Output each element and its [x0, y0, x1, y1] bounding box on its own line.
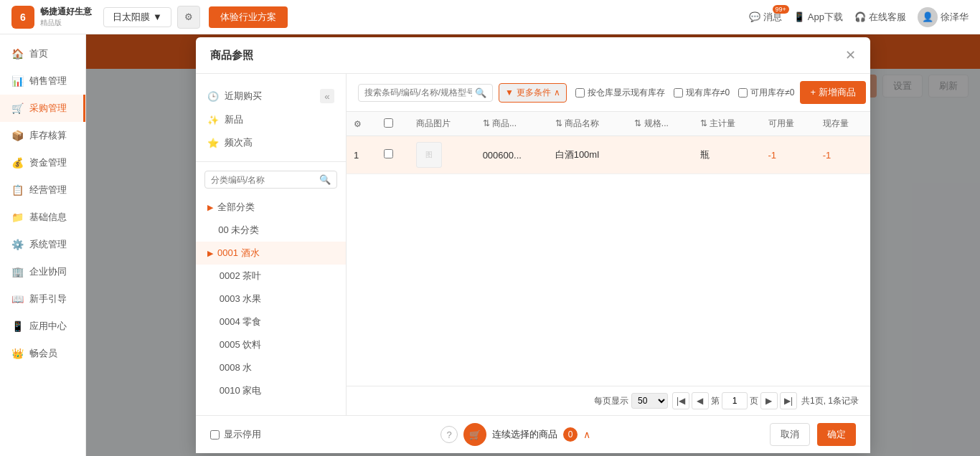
sidebar-item-home[interactable]: 🏠 首页 [0, 40, 85, 67]
col-code[interactable]: ⇅ 商品... [476, 112, 548, 136]
collapse-footer-button[interactable]: ∧ [583, 429, 590, 440]
sidebar: 🏠 首页 📊 销售管理 🛒 采购管理 📦 库存核算 💰 资金管理 📋 经营管理 … [0, 34, 86, 456]
message-icon: 💬 [749, 11, 760, 22]
home-icon: 🏠 [11, 48, 24, 60]
quick-item-new[interactable]: ✨ 新品 [196, 108, 346, 131]
cat-0002[interactable]: 0002 茶叶 [196, 265, 346, 288]
cat-0004[interactable]: 0004 零食 [196, 310, 346, 333]
cat-0003[interactable]: 0003 水果 [196, 288, 346, 310]
chevron-up-icon: ∧ [554, 87, 560, 98]
sidebar-item-basics[interactable]: 📁 基础信息 [0, 204, 85, 231]
settings-button[interactable]: ⚙ [177, 6, 200, 29]
quick-item-frequent[interactable]: ⭐ 频次高 [196, 131, 346, 154]
quick-item-recent[interactable]: 🕒 近期购买 « [196, 84, 346, 108]
footer-left: 显示停用 [210, 428, 261, 441]
select-all-checkbox[interactable] [384, 118, 393, 128]
user-profile[interactable]: 👤 徐泽华 [918, 7, 969, 27]
more-filters-button[interactable]: ▼ 更多条件 ∧ [499, 83, 567, 103]
page-size-dropdown[interactable]: 50 100 200 [631, 393, 668, 409]
col-name[interactable]: ⇅ 商品名称 [548, 112, 628, 136]
checkbox-available-stock[interactable]: 可用库存≠0 [738, 87, 794, 99]
row-checkbox[interactable] [384, 149, 393, 158]
app-download-button[interactable]: 📱 App下载 [793, 11, 843, 24]
sidebar-item-operations[interactable]: 📋 经营管理 [0, 176, 85, 204]
divider [196, 161, 346, 162]
disabled-checkbox[interactable] [210, 430, 220, 440]
inventory-icon: 📦 [11, 130, 24, 141]
cat-0001[interactable]: ▶ 0001 酒水 [196, 242, 346, 265]
col-unit[interactable]: ⇅ 主计量 [693, 112, 760, 136]
main-layout: 🏠 首页 📊 销售管理 🛒 采购管理 📦 库存核算 💰 资金管理 📋 经营管理 … [0, 34, 980, 456]
modal-overlay: 商品参照 ✕ 🕒 近期购买 « ✨ [86, 34, 980, 456]
cat-0005[interactable]: 0005 饮料 [196, 333, 346, 356]
col-spec[interactable]: ⇅ 规格... [627, 112, 693, 136]
freq-icon: ⭐ [207, 138, 219, 148]
page-label2: 页 [750, 395, 758, 407]
sidebar-item-member[interactable]: 👑 畅会员 [0, 340, 85, 367]
sort-icon-name: ⇅ [555, 118, 562, 128]
collapse-button[interactable]: « [320, 89, 334, 103]
cell-name: 白酒100ml [548, 136, 628, 174]
cat-all[interactable]: ▶ 全部分类 [196, 196, 346, 219]
cart-button[interactable]: 🛒 [463, 423, 486, 446]
modal-right-panel: 🔍 ▼ 更多条件 ∧ 按仓库显示现有库存 [347, 74, 870, 415]
product-table: ⚙ 商品图片 ⇅ 商品... ⇅ 商品名称 ⇅ 规格... ⇅ 主计量 可用量 [347, 112, 870, 174]
customer-service-button[interactable]: 🎧 在线客服 [854, 11, 906, 24]
available-stock-checkbox[interactable] [738, 88, 748, 98]
col-settings[interactable]: ⚙ [347, 112, 377, 136]
trial-button[interactable]: 体验行业方案 [209, 6, 288, 28]
sidebar-item-inventory[interactable]: 📦 库存核算 [0, 122, 85, 149]
checkbox-warehouse-stock[interactable]: 按仓库显示现有库存 [575, 87, 665, 99]
phone-icon: 📱 [793, 11, 805, 22]
purchase-icon: 🛒 [11, 103, 24, 114]
sidebar-item-purchase[interactable]: 🛒 采购管理 [0, 95, 85, 122]
checkbox-current-stock[interactable]: 现有库存≠0 [674, 87, 730, 99]
sidebar-item-guide[interactable]: 📖 新手引导 [0, 285, 85, 313]
chevron-down-icon: ▼ [153, 11, 162, 22]
current-stock-checkbox[interactable] [674, 88, 683, 98]
cat-00[interactable]: 00 未分类 [196, 219, 346, 242]
add-product-button[interactable]: + 新增商品 [800, 81, 865, 104]
pagination-bar: 每页显示 50 100 200 |◀ ◀ 第 [347, 386, 870, 415]
clock-icon: 🕒 [207, 91, 219, 102]
cat-0010[interactable]: 0010 家电 [196, 379, 346, 402]
sidebar-item-finance[interactable]: 💰 资金管理 [0, 149, 85, 176]
top-nav: 6 畅捷通好生意 精品版 日太阳膜 ▼ ⚙ 体验行业方案 💬 消息 99+ 📱 … [0, 0, 980, 34]
finance-icon: 💰 [11, 157, 24, 168]
cell-code: 000600... [476, 136, 548, 174]
sort-icon-spec: ⇅ [634, 118, 641, 128]
messages-button[interactable]: 💬 消息 99+ [749, 11, 782, 24]
filter-bar: 🔍 ▼ 更多条件 ∧ 按仓库显示现有库存 [347, 74, 870, 112]
enterprise-icon: 🏢 [11, 266, 24, 277]
category-search-input[interactable] [211, 175, 319, 185]
filter-icon: ▼ [505, 87, 514, 98]
col-available: 可用量 [761, 112, 816, 136]
sidebar-item-sales[interactable]: 📊 销售管理 [0, 67, 85, 95]
modal-close-button[interactable]: ✕ [845, 47, 856, 63]
next-page-button[interactable]: ▶ [760, 392, 778, 409]
selected-count-badge: 0 [563, 427, 578, 442]
show-disabled-checkbox[interactable]: 显示停用 [210, 428, 261, 441]
first-page-button[interactable]: |◀ [672, 392, 689, 409]
product-search-input[interactable] [364, 87, 472, 98]
page-input[interactable] [722, 392, 748, 409]
product-image: 图 [416, 142, 442, 168]
cell-stock: -1 [816, 136, 870, 174]
store-selector[interactable]: 日太阳膜 ▼ [103, 7, 171, 27]
cell-spec [627, 136, 693, 174]
cat-0008[interactable]: 0008 水 [196, 356, 346, 379]
last-page-button[interactable]: ▶| [780, 392, 797, 409]
apps-icon: 📱 [11, 320, 24, 332]
cell-checkbox[interactable] [377, 136, 409, 174]
confirm-button[interactable]: 确定 [817, 423, 856, 446]
sidebar-item-system[interactable]: ⚙️ 系统管理 [0, 231, 85, 258]
sidebar-item-enterprise[interactable]: 🏢 企业协同 [0, 258, 85, 285]
prev-page-button[interactable]: ◀ [692, 392, 709, 409]
sidebar-item-apps[interactable]: 📱 应用中心 [0, 313, 85, 340]
footer-center: ? 🛒 连续选择的商品 0 ∧ [261, 423, 770, 446]
col-checkbox[interactable] [377, 112, 409, 136]
cancel-button[interactable]: 取消 [770, 423, 810, 446]
help-icon[interactable]: ? [440, 426, 458, 443]
warehouse-stock-checkbox[interactable] [575, 88, 585, 98]
system-icon: ⚙️ [11, 239, 24, 250]
